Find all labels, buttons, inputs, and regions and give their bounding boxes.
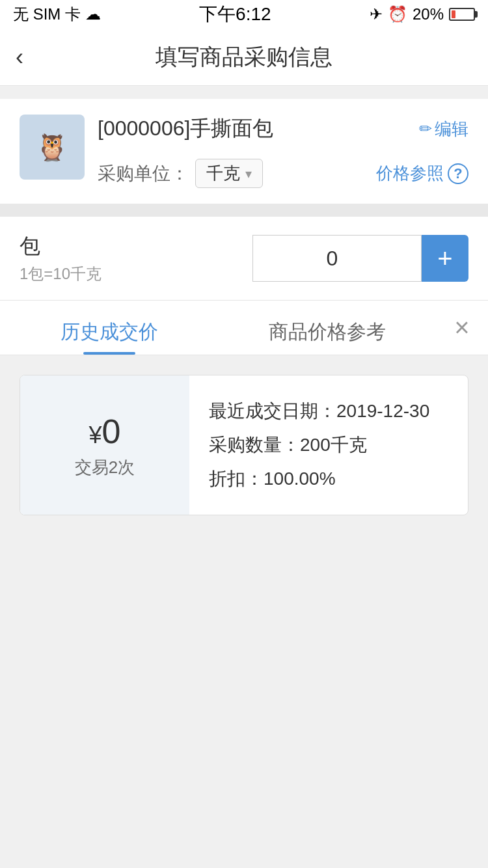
owl-logo-icon: 🦉 (36, 132, 68, 163)
status-bar: 无 SIM 卡 ☁ 下午6:12 ✈ ⏰ 20% (0, 0, 488, 29)
status-left: 无 SIM 卡 ☁ (13, 4, 101, 25)
product-name-text: 手撕面包 (190, 116, 273, 140)
recent-date-value: 2019-12-30 (336, 401, 429, 421)
recent-date-line: 最近成交日期：2019-12-30 (209, 399, 448, 424)
nav-bar: ‹ 填写商品采购信息 (0, 29, 488, 86)
qty-input-area: + (252, 235, 468, 282)
battery-percent: 20% (413, 5, 444, 23)
product-name: [0000006]手撕面包 (98, 115, 273, 143)
quantity-row: 包 1包=10千克 + (0, 217, 488, 301)
alarm-icon: ⏰ (388, 5, 407, 23)
edit-label: 编辑 (435, 118, 468, 141)
qty-unit-label: 包 (20, 232, 102, 261)
history-price-block: ¥0 交易2次 (20, 375, 189, 515)
history-price: ¥0 (89, 412, 121, 451)
quantity-value: 200千克 (300, 435, 367, 455)
page-title: 填写商品采购信息 (156, 42, 332, 72)
product-id: [0000006] (98, 116, 190, 140)
unit-arrow-icon: ▾ (245, 166, 252, 182)
price-ref-help-icon: ? (448, 163, 468, 184)
product-card: 🦉 [0000006]手撕面包 ✏ 编辑 采购单位： 千克 ▾ 价格参照 ? (0, 99, 488, 204)
history-list: ¥0 交易2次 最近成交日期：2019-12-30 采购数量：200千克 折扣：… (0, 355, 488, 746)
unit-value: 千克 (206, 162, 240, 185)
location-icon: ✈ (370, 5, 383, 23)
tab-history-price[interactable]: 历史成交价 (0, 306, 218, 355)
history-card: ¥0 交易2次 最近成交日期：2019-12-30 采购数量：200千克 折扣：… (20, 375, 468, 515)
tab-close-button[interactable]: × (436, 313, 488, 347)
product-thumbnail: 🦉 (20, 115, 85, 180)
tab-bar: 历史成交价 商品价格参考 × (0, 301, 488, 355)
discount-line: 折扣：100.00% (209, 467, 448, 491)
unit-label: 采购单位： (98, 161, 189, 186)
product-header: [0000006]手撕面包 ✏ 编辑 (98, 115, 468, 143)
price-ref-label: 价格参照 (376, 162, 444, 185)
unit-selector[interactable]: 千克 ▾ (195, 159, 263, 188)
qty-plus-button[interactable]: + (422, 235, 468, 282)
discount-value: 100.00% (264, 468, 336, 489)
product-unit-row: 采购单位： 千克 ▾ 价格参照 ? (98, 159, 468, 188)
price-ref-button[interactable]: 价格参照 ? (376, 162, 468, 185)
tab-product-price-ref[interactable]: 商品价格参考 (218, 306, 436, 355)
recent-date-label: 最近成交日期： (209, 401, 336, 421)
history-trades: 交易2次 (75, 456, 135, 479)
product-info: [0000006]手撕面包 ✏ 编辑 采购单位： 千克 ▾ 价格参照 ? (98, 115, 468, 188)
price-symbol: ¥ (89, 422, 102, 448)
qty-conversion-label: 1包=10千克 (20, 264, 102, 284)
separator (0, 204, 488, 217)
quantity-label: 采购数量： (209, 435, 300, 455)
quantity-line: 采购数量：200千克 (209, 433, 448, 457)
history-detail-block: 最近成交日期：2019-12-30 采购数量：200千克 折扣：100.00% (189, 375, 468, 515)
qty-label-area: 包 1包=10千克 (20, 232, 102, 284)
status-right: ✈ ⏰ 20% (370, 5, 475, 23)
sim-label: 无 SIM 卡 ☁ (13, 4, 101, 25)
price-value: 0 (102, 413, 121, 450)
battery-icon (449, 8, 475, 21)
quantity-input[interactable] (252, 235, 422, 282)
edit-button[interactable]: ✏ 编辑 (419, 118, 468, 141)
back-button[interactable]: ‹ (16, 44, 23, 71)
discount-label: 折扣： (209, 468, 264, 489)
edit-icon: ✏ (419, 120, 432, 138)
status-time: 下午6:12 (199, 2, 271, 27)
